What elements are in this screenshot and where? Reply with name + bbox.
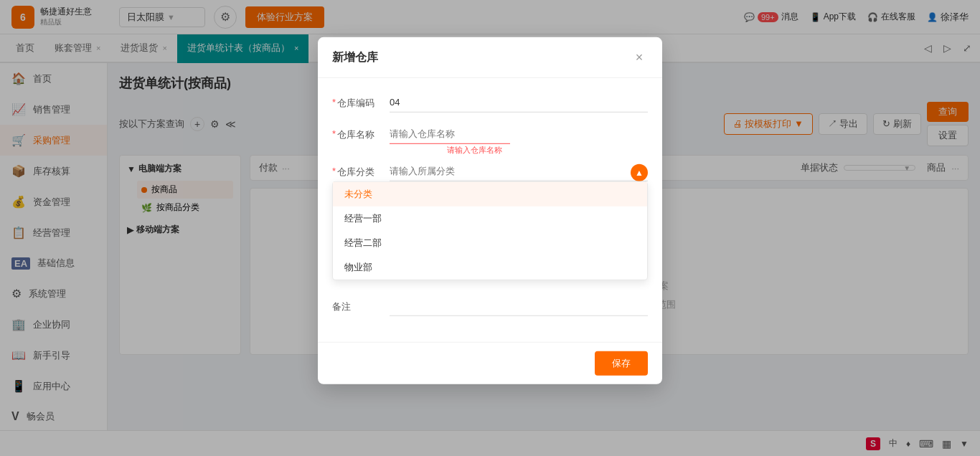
modal-close-button[interactable]: × xyxy=(631,49,648,66)
notes-input[interactable] xyxy=(390,296,648,316)
name-label: * 仓库名称 xyxy=(332,124,390,141)
category-input[interactable] xyxy=(390,161,648,181)
modal-body: * 仓库编码 * 仓库名称 请输入仓库名称 * 仓库分类 ▲ xyxy=(318,78,662,342)
form-row-notes: 备注 xyxy=(332,296,648,316)
option-uncategorized[interactable]: 未分类 xyxy=(333,182,647,206)
form-row-code: * 仓库编码 xyxy=(332,92,648,113)
modal-footer: 保存 xyxy=(318,342,662,384)
name-input[interactable] xyxy=(390,124,510,144)
form-row-name: * 仓库名称 请输入仓库名称 xyxy=(332,124,648,144)
modal-title: 新增仓库 xyxy=(332,49,378,65)
required-star: * xyxy=(332,97,336,108)
name-input-wrapper: 请输入仓库名称 xyxy=(390,124,648,144)
category-label: * 仓库分类 xyxy=(332,161,390,179)
form-row-category: * 仓库分类 ▲ 未分类 经营一部 经营二部 物业部 xyxy=(332,161,648,181)
option-dept2[interactable]: 经营二部 xyxy=(333,231,647,255)
modal-header: 新增仓库 × xyxy=(318,37,662,78)
category-dropdown-list: 未分类 经营一部 经营二部 物业部 xyxy=(332,181,648,280)
category-dropdown-wrapper: ▲ 未分类 经营一部 经营二部 物业部 xyxy=(390,161,648,181)
save-button[interactable]: 保存 xyxy=(595,351,648,376)
code-input[interactable] xyxy=(390,92,648,113)
required-star3: * xyxy=(332,166,336,176)
code-label: * 仓库编码 xyxy=(332,92,390,110)
required-star2: * xyxy=(332,128,336,139)
dropdown-arrow-icon[interactable]: ▲ xyxy=(631,164,648,181)
option-dept3[interactable]: 物业部 xyxy=(333,255,647,280)
name-error-msg: 请输入仓库名称 xyxy=(447,145,502,156)
new-warehouse-modal: 新增仓库 × * 仓库编码 * 仓库名称 请输入仓库名称 * xyxy=(318,37,662,384)
option-dept1[interactable]: 经营一部 xyxy=(333,206,647,231)
notes-label: 备注 xyxy=(332,296,390,313)
